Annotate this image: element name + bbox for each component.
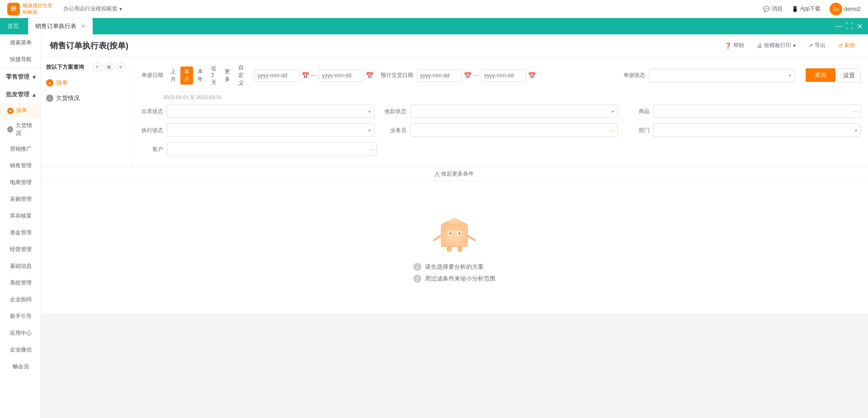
filter-row-4: 客户 ···	[138, 142, 861, 156]
logo-text: 畅捷通好生意 标账版	[23, 3, 52, 14]
date-tab-more[interactable]: 更多	[221, 66, 234, 85]
salesperson-dots-icon[interactable]: ···	[609, 127, 615, 134]
sidebar-item-wechat[interactable]: 企业微信	[0, 342, 40, 358]
refresh-button[interactable]: ↺ 刷新	[835, 40, 859, 51]
salesperson-label: 业务员	[382, 127, 406, 134]
sidebar-sub-item-press-order[interactable]: ● 按单	[0, 103, 40, 118]
date-tab-current-year[interactable]: 本年	[194, 66, 207, 85]
date-tab-custom[interactable]: 自定义	[235, 62, 247, 88]
retail-expand-icon: ▾	[33, 74, 36, 81]
sidebar-item-newbie[interactable]: 新手引导	[0, 308, 40, 325]
sidebar-item-basic-info[interactable]: 基础信息	[0, 258, 40, 275]
scheme-add-button[interactable]: +	[93, 62, 102, 71]
execution-status-label: 执行状态	[138, 127, 163, 134]
sidebar-sub-item-owe-goods[interactable]: ○ 欠货情况	[0, 118, 40, 141]
date-from-input[interactable]	[255, 69, 300, 82]
delivery-status-select[interactable]	[167, 104, 374, 118]
filter-department-group: 部门 ▾	[625, 124, 861, 137]
expected-date-separator: —	[473, 72, 479, 79]
step-2-num: 2	[413, 275, 421, 283]
sidebar-item-ecommerce[interactable]: 电商管理	[0, 174, 40, 191]
message-button[interactable]: 💬 消息	[763, 5, 783, 13]
scheme-item-owe-goods[interactable]: ○ 欠货情况	[41, 90, 131, 106]
tab-home[interactable]: 首页	[0, 18, 26, 34]
quick-nav-label: 快捷导航	[10, 56, 32, 62]
sidebar-item-purchase[interactable]: 采购管理	[0, 191, 40, 208]
delivery-status-select-wrapper: ▾	[167, 104, 374, 118]
content-area: 销售订单执行表(按单) ❓ 帮助 🖨 按模板打印 ▾ ↗ 导出	[41, 34, 868, 418]
help-button[interactable]: ❓ 帮助	[721, 40, 748, 51]
wholesale-expand-icon: ▴	[33, 91, 36, 98]
sidebar-item-system[interactable]: 系统管理	[0, 275, 40, 291]
sidebar-item-enterprise[interactable]: 企业协同	[0, 291, 40, 308]
date-tab-last-7-days[interactable]: 近7天	[208, 63, 220, 88]
order-status-select[interactable]	[649, 69, 795, 82]
sidebar-item-finance[interactable]: 资金管理	[0, 224, 40, 241]
goods-dots-icon[interactable]: ···	[853, 108, 858, 115]
tab-sales-order-label: 销售订单执行表	[35, 22, 76, 30]
date-to-input[interactable]	[319, 69, 364, 82]
scheme-item-icon-owe: ○	[46, 95, 53, 102]
department-select[interactable]	[653, 124, 861, 137]
tab-bar-right: — ⛶ ✕	[835, 22, 868, 31]
sidebar-item-marketing[interactable]: 营销推广	[0, 141, 40, 157]
export-icon: ↗	[808, 43, 813, 49]
sidebar-item-inventory[interactable]: 库存核算	[0, 208, 40, 224]
settings-button[interactable]: 设置	[837, 68, 861, 83]
scheme-panel: 按以下方案查询 + ⊕ « ● 按单 ○	[41, 57, 131, 167]
minimize-button[interactable]: —	[835, 22, 842, 30]
step-1-num: 1	[413, 263, 421, 271]
sidebar-item-operations[interactable]: 经营管理	[0, 241, 40, 258]
expected-date-to-input[interactable]	[481, 69, 526, 82]
scheme-collapse-button[interactable]: «	[116, 62, 125, 71]
sidebar-item-app-center[interactable]: 应用中心	[0, 325, 40, 342]
sidebar-quick-nav[interactable]: 快捷导航	[0, 51, 40, 68]
date-tab-last-month[interactable]: 上月	[167, 66, 179, 85]
svg-point-6	[449, 233, 452, 235]
customer-input[interactable]	[167, 142, 377, 156]
execution-status-select[interactable]	[167, 124, 374, 137]
calendar-to-icon: 📅	[366, 72, 373, 79]
sidebar-item-sales-mgmt[interactable]: 销售管理	[0, 157, 40, 174]
search-button[interactable]: 查询	[806, 68, 835, 82]
sidebar-section-retail: 零售管理 ▾	[0, 68, 40, 86]
goods-input-wrap: ···	[653, 104, 861, 118]
sidebar-item-retail[interactable]: 零售管理 ▾	[0, 68, 40, 86]
maximize-button[interactable]: ⛶	[846, 22, 853, 30]
date-tab-current-month[interactable]: 本月	[180, 66, 193, 85]
goods-input[interactable]	[653, 104, 861, 118]
page-title-bar: 销售订单执行表(按单) ❓ 帮助 🖨 按模板打印 ▾ ↗ 导出	[41, 34, 868, 57]
customer-dots-icon[interactable]: ···	[369, 146, 374, 153]
calendar-expected-to-icon: 📅	[528, 72, 536, 79]
date-range-text: 2023-03-01 至 2023-03-31	[163, 95, 222, 100]
sidebar-item-member[interactable]: 畅会员	[0, 358, 40, 375]
execution-status-select-wrapper: ▾	[167, 124, 374, 137]
payment-status-select[interactable]	[410, 104, 618, 118]
print-chevron-icon: ▾	[793, 43, 796, 49]
customer-label: 客户	[138, 146, 163, 153]
sidebar-item-wholesale[interactable]: 批发管理 ▴	[0, 86, 40, 103]
salesperson-input[interactable]	[410, 124, 618, 137]
expected-date-from-input[interactable]	[417, 69, 462, 82]
scheme-copy-button[interactable]: ⊕	[104, 62, 113, 71]
close-window-button[interactable]: ✕	[857, 22, 863, 31]
collapse-bar[interactable]: ⋀ 收起更多条件	[41, 167, 868, 180]
empty-step-2: 2 用过滤条件来缩小分析范围	[413, 275, 495, 283]
order-status-label: 单据状态	[620, 71, 645, 79]
collapse-button[interactable]: ⋀ 收起更多条件	[435, 170, 474, 178]
print-button[interactable]: 🖨 按模板打印 ▾	[753, 40, 799, 51]
app-download-button[interactable]: 📱 App下载	[792, 5, 821, 13]
empty-step-1: 1 请先选择要分析的方案	[413, 263, 495, 271]
export-button[interactable]: ↗ 导出	[805, 40, 829, 51]
tab-close-icon[interactable]: ✕	[81, 23, 85, 29]
customer-input-wrap: ···	[167, 142, 377, 156]
sidebar-search-menu[interactable]: 搜索菜单	[0, 34, 40, 51]
user-menu[interactable]: Ea demo2	[830, 3, 861, 15]
tab-sales-order[interactable]: 销售订单执行表 ✕	[28, 18, 93, 34]
goods-label: 商品	[625, 108, 650, 115]
search-btn-area: 查询 设置	[802, 68, 861, 83]
top-header: 好 畅捷通好生意 标账版 办公用品行业模拟账套 ▾ 💬 消息 📱 App下载 E…	[0, 0, 868, 18]
logo-icon: 好	[7, 3, 20, 15]
payment-status-label: 收款状态	[382, 108, 406, 115]
scheme-item-press-order[interactable]: ● 按单	[41, 75, 131, 90]
